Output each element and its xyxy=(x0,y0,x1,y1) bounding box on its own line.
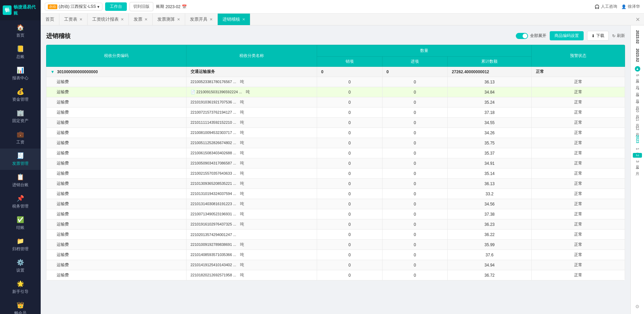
cumulative-cell: 34.55 xyxy=(448,118,532,128)
sidebar-item-home[interactable]: 🏠 首页 xyxy=(0,20,41,42)
toggle-track[interactable] xyxy=(516,33,528,39)
headset-icon: 🎧 xyxy=(594,4,600,9)
sidebar-item-vip[interactable]: 👑 畅会员 xyxy=(0,298,41,314)
sidebar-item-settle[interactable]: ✅ 结账 xyxy=(0,213,41,234)
invoice-number: 22100810094532303717 ... xyxy=(191,131,236,135)
sidebar-item-label: 总账 xyxy=(16,54,24,60)
tab-home[interactable]: 首页 xyxy=(41,14,59,25)
sidebar-item-label: 资金管理 xyxy=(12,97,28,102)
tab-payroll[interactable]: 工资表 ✕ xyxy=(59,14,87,25)
expand-all-toggle[interactable]: 全部展开 xyxy=(516,33,546,39)
sidebar-item-settings[interactable]: ⚙️ 设置 xyxy=(0,255,41,277)
right-panel-year-2023[interactable]: 2023 xyxy=(634,133,641,145)
tab-invoice-open[interactable]: 发票开具 ✕ xyxy=(185,14,218,25)
company-selector[interactable]: 勿动 (勿动) 江西报宝-LSS ▾ xyxy=(45,3,102,11)
cumulative-cell: 35.24 xyxy=(448,97,532,107)
right-panel-month-9[interactable]: 9月 xyxy=(633,99,641,105)
tax-icon: 📌 xyxy=(17,195,24,202)
unit-cell: 吨 xyxy=(240,130,244,135)
expand-row-icon[interactable]: ▼ xyxy=(51,70,55,74)
table-row: 运输费 xyxy=(46,219,187,230)
sidebar-item-assets[interactable]: 🏢 固定资产 xyxy=(0,106,41,127)
tab-close-invoice-calc[interactable]: ✕ xyxy=(177,17,180,22)
tab-invoice[interactable]: 发票 ✕ xyxy=(129,14,153,25)
tab-invoice-calc[interactable]: 发票测算 ✕ xyxy=(153,14,185,25)
right-panel-month-1[interactable]: 1月 xyxy=(633,146,641,152)
unit-cell: 吨 xyxy=(240,222,244,227)
right-panel-month-11[interactable]: 11月 xyxy=(633,115,641,123)
unit-cell: 吨 xyxy=(240,181,244,186)
sidebar-item-purchase-sales[interactable]: 📋 进销台账 xyxy=(0,170,41,191)
cumulative-cell: 36.13 xyxy=(448,179,532,189)
sidebar-item-ledger[interactable]: 📒 总账 xyxy=(0,42,41,63)
refresh-button[interactable]: ↻ 刷新 xyxy=(612,33,625,39)
sidebar-item-label: 首页 xyxy=(16,33,24,38)
right-panel-month-8[interactable]: 8月 xyxy=(633,93,641,99)
cumulative-cell: 34.94 xyxy=(448,260,532,270)
purchase-cell: 0 xyxy=(382,230,448,240)
tab-close-invoice-open[interactable]: ✕ xyxy=(210,17,213,22)
right-panel-month-6[interactable]: 6月 xyxy=(633,79,641,85)
download-button[interactable]: ⬇ 下载 xyxy=(587,31,609,41)
cumulative-cell: 36.23 xyxy=(448,219,532,230)
workspace-button[interactable]: 工作台 xyxy=(105,2,127,11)
sales-cell: 0 xyxy=(317,250,382,260)
tab-close-payroll-stats[interactable]: ✕ xyxy=(121,17,124,22)
table-row: 运输费 xyxy=(46,158,187,169)
calendar-icon[interactable]: 📅 xyxy=(182,4,187,9)
purchase-cell: 0 xyxy=(382,199,448,209)
topbar: 勿动 (勿动) 江西报宝-LSS ▾ 工作台 切到旧版 账期 2023-02 📅… xyxy=(41,0,644,14)
group-purchase-cell: 0 xyxy=(382,67,448,77)
tab-reconcile[interactable]: 进销稽核 ✕ xyxy=(218,14,250,25)
table-row: 运输费 xyxy=(46,250,187,260)
invoice-num-cell: 22100713490523196931 ... 吨 xyxy=(186,209,317,219)
tabs-bar: 首页 工资表 ✕ 工资统计报表 ✕ 发票 ✕ 发票测算 ✕ 发票开具 ✕ 进销稽… xyxy=(41,14,644,25)
reconcile-table: 税收分类编码 税收分类名称 数量 预警状态 销项 进项 累计数额 xyxy=(46,45,625,280)
cumulative-cell: 36.13 xyxy=(448,77,532,87)
right-panel-month-3[interactable]: 3月 xyxy=(633,158,641,164)
funds-icon: 💰 xyxy=(17,88,24,95)
right-panel-month-12[interactable]: 12月 xyxy=(633,124,641,132)
invoice-num-cell: 22100523381780176567 ... 吨 xyxy=(186,77,317,87)
user-avatar-icon: 👤 xyxy=(621,4,626,9)
invoice-number: 22101309365208535221 ... xyxy=(191,181,236,185)
right-panel-settings[interactable]: ⚙ xyxy=(633,302,642,311)
sales-cell: 0 xyxy=(317,118,382,128)
switch-version-button[interactable]: 切到旧版 xyxy=(130,2,153,11)
invoice-num-cell: 22101910361921707536 ... 吨 xyxy=(186,97,317,107)
purchase-cell: 0 xyxy=(382,118,448,128)
sidebar-item-guide[interactable]: 🌟 新手引导 xyxy=(0,277,41,298)
sidebar-item-invoice-mgmt[interactable]: 🧾 发票管理 xyxy=(0,149,41,170)
sidebar-item-tax[interactable]: 📌 税务管理 xyxy=(0,191,41,213)
invoice-number: 22100915031396592224 ... xyxy=(196,90,242,94)
sidebar-item-reports[interactable]: 📊 报表中心 xyxy=(0,63,41,84)
page-content: 进销稽核 全部展开 商品编码设置 ⬇ 下载 ↻ 刷 xyxy=(41,25,630,314)
tab-payroll-stats[interactable]: 工资统计报表 ✕ xyxy=(87,14,129,25)
table-row: 运输费 xyxy=(46,199,187,209)
tab-close-invoice[interactable]: ✕ xyxy=(144,17,148,22)
close-all-tabs[interactable]: ✕ xyxy=(636,16,644,23)
support-link[interactable]: 🎧 人工咨询 xyxy=(594,4,617,9)
tab-close-payroll[interactable]: ✕ xyxy=(79,17,82,22)
right-panel-month-2-active[interactable]: 2月 xyxy=(633,153,642,158)
sales-cell: 0 xyxy=(317,240,382,250)
right-panel-expand[interactable]: ▲ xyxy=(635,66,640,72)
sidebar-item-funds[interactable]: 💰 资金管理 xyxy=(0,84,41,106)
table-row: 运输费 xyxy=(46,87,187,97)
right-panel-year-2023-02-b[interactable]: 2023.02 xyxy=(634,46,641,64)
right-panel-year-2023-02-top[interactable]: 2023.02 xyxy=(634,28,641,46)
sidebar-item-archive[interactable]: 📁 归档管理 xyxy=(0,234,41,255)
right-panel-month-7[interactable]: 7月 xyxy=(633,86,641,92)
right-panel-month-4[interactable]: 4月 xyxy=(633,165,641,171)
right-panel-month-10[interactable]: 10月 xyxy=(633,106,641,114)
status-cell: 正常 xyxy=(531,189,625,199)
invoice-number: 22101408593571035366 ... xyxy=(191,253,236,257)
sidebar-item-payroll[interactable]: 💼 工资 xyxy=(0,127,41,149)
table-row: 运输费 xyxy=(46,97,187,107)
right-panel-month-5[interactable]: 5月 xyxy=(633,72,641,78)
tab-close-reconcile[interactable]: ✕ xyxy=(242,17,245,22)
table-row: 运输费 xyxy=(46,148,187,158)
user-menu[interactable]: 👤 徐泽华 xyxy=(621,4,640,9)
invoice-num-cell: 22101916102976437325 ... 吨 xyxy=(186,219,317,230)
settings-button[interactable]: 商品编码设置 xyxy=(550,31,584,40)
